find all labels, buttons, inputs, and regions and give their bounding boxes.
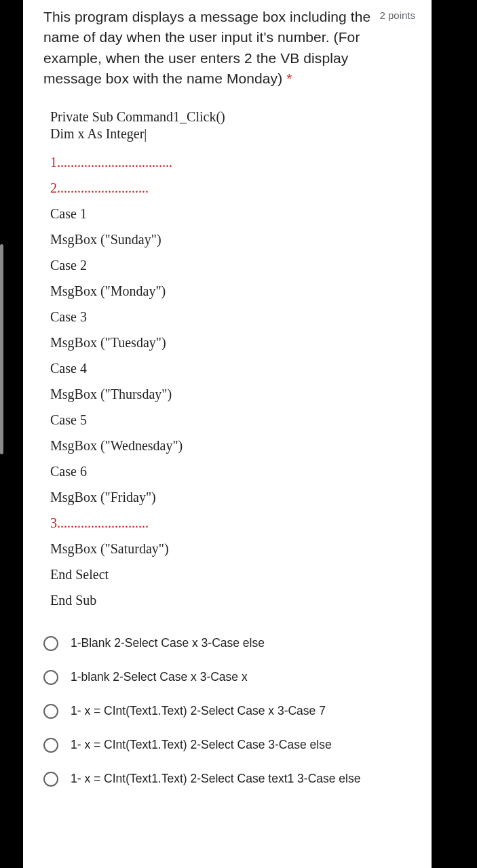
code-line: MsgBox ("Friday")	[50, 484, 432, 510]
option-5[interactable]: 1- x = CInt(Text1.Text) 2-Select Case te…	[43, 762, 432, 796]
code-line: End Sub	[50, 587, 432, 613]
option-label: 1- x = CInt(Text1.Text) 2-Select Case 3-…	[71, 738, 332, 752]
code-line: MsgBox ("Saturday")	[50, 536, 432, 561]
option-label: 1-blank 2-Select Case x 3-Case x	[71, 670, 248, 684]
radio-icon	[43, 772, 58, 787]
blank-1: 1..................................	[50, 149, 432, 175]
code-line: Private Sub Command1_Click()	[50, 108, 432, 125]
radio-icon	[43, 738, 58, 753]
code-line: Case 2	[50, 252, 432, 278]
code-line: End Select	[50, 561, 432, 587]
required-marker: *	[286, 71, 292, 86]
code-block: Private Sub Command1_Click() Dim x As In…	[23, 90, 432, 620]
option-4[interactable]: 1- x = CInt(Text1.Text) 2-Select Case 3-…	[43, 728, 432, 762]
radio-icon	[43, 670, 58, 685]
scroll-indicator[interactable]	[0, 244, 3, 454]
option-label: 1-Blank 2-Select Case x 3-Case else	[71, 636, 265, 650]
question-card: This program displays a message box incl…	[23, 0, 432, 868]
code-line: MsgBox ("Monday")	[50, 278, 432, 304]
option-2[interactable]: 1-blank 2-Select Case x 3-Case x	[43, 660, 432, 694]
radio-icon	[43, 636, 58, 651]
question-text: This program displays a message box incl…	[43, 7, 379, 90]
code-line: Case 3	[50, 304, 432, 330]
code-line: MsgBox ("Sunday")	[50, 226, 432, 252]
code-line: MsgBox ("Tuesday")	[50, 330, 432, 355]
code-line: Case 1	[50, 201, 432, 226]
question-header: This program displays a message box incl…	[23, 7, 432, 90]
code-line: Case 5	[50, 407, 432, 433]
question-body: This program displays a message box incl…	[43, 9, 370, 86]
code-line: MsgBox ("Thursday")	[50, 381, 432, 407]
option-1[interactable]: 1-Blank 2-Select Case x 3-Case else	[43, 627, 432, 660]
code-line: Dim x As Integer|	[50, 125, 432, 142]
code-line: Case 4	[50, 355, 432, 381]
option-label: 1- x = CInt(Text1.Text) 2-Select Case x …	[71, 704, 326, 718]
option-label: 1- x = CInt(Text1.Text) 2-Select Case te…	[71, 772, 360, 786]
question-points: 2 points	[379, 7, 415, 21]
blank-3: 3...........................	[50, 510, 432, 536]
radio-icon	[43, 704, 58, 719]
code-line: MsgBox ("Wednesday")	[50, 433, 432, 458]
options-group: 1-Blank 2-Select Case x 3-Case else 1-bl…	[23, 620, 432, 796]
code-header: Private Sub Command1_Click() Dim x As In…	[50, 108, 432, 142]
option-3[interactable]: 1- x = CInt(Text1.Text) 2-Select Case x …	[43, 694, 432, 728]
blank-2: 2...........................	[50, 175, 432, 201]
code-line: Case 6	[50, 458, 432, 484]
